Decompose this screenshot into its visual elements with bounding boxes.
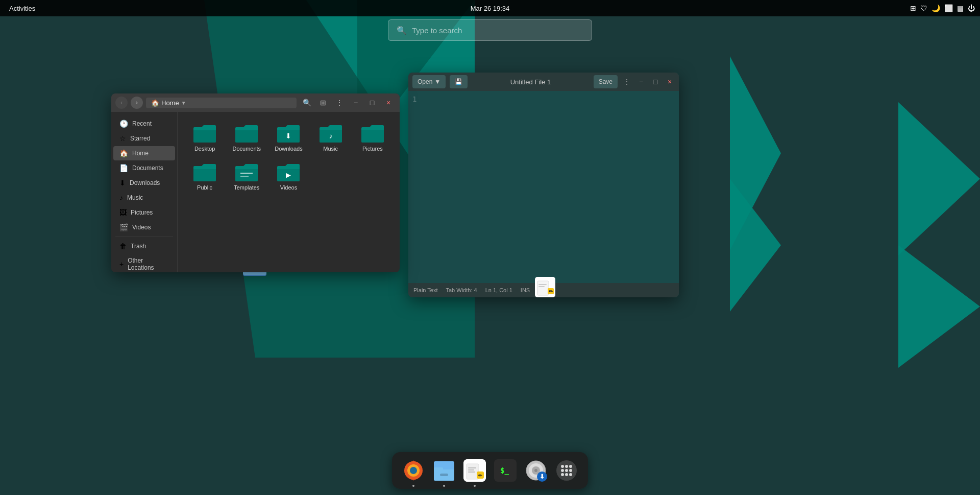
gedit-active-dot (474, 485, 476, 487)
dock-item-appgrid[interactable] (553, 457, 580, 484)
svg-point-53 (565, 469, 568, 472)
folder-desktop-label: Desktop (194, 146, 215, 152)
downloads-icon: ⬇ (119, 179, 126, 187)
sidebar-item-videos[interactable]: 🎬 Videos (113, 220, 175, 234)
te-save-icon-button[interactable]: 💾 (450, 75, 468, 88)
folder-videos[interactable]: ▶ Videos (270, 159, 307, 194)
sidebar-item-downloads[interactable]: ⬇ Downloads (113, 176, 175, 190)
folder-desktop[interactable]: Desktop (186, 120, 224, 155)
svg-point-45 (534, 469, 537, 472)
svg-marker-5 (898, 245, 980, 368)
appgrid-icon (555, 459, 578, 482)
activities-button[interactable]: Activities (5, 0, 39, 16)
te-text-type[interactable]: Plain Text (413, 287, 438, 293)
svg-text:▶: ▶ (286, 171, 291, 179)
te-menu-button[interactable]: ⋮ (622, 77, 632, 87)
sidebar-item-starred[interactable]: ☆ Starred (113, 131, 175, 146)
dock-item-gedit[interactable]: ✏ (461, 457, 488, 484)
sidebar-item-home[interactable]: 🏠 Home (113, 146, 175, 160)
folder-pictures[interactable]: Pictures (354, 120, 391, 155)
folder-public-label: Public (197, 184, 212, 191)
files-active-dot (443, 485, 445, 487)
sidebar-item-trash[interactable]: 🗑 Trash (113, 239, 175, 253)
te-minimize-button[interactable]: − (636, 77, 646, 87)
svg-rect-20 (538, 284, 547, 285)
videos-icon: 🎬 (119, 223, 128, 231)
sidebar-item-pictures[interactable]: 🖼 Pictures (113, 205, 175, 220)
search-icon: 🔍 (397, 26, 407, 35)
dock-item-firefox[interactable] (400, 457, 427, 484)
search-bar: 🔍 (388, 19, 592, 41)
fm-main-area: Desktop Documents ⬇ Downloads (178, 112, 400, 272)
sidebar-item-other-locations[interactable]: + Other Locations (113, 254, 175, 272)
folder-downloads[interactable]: ⬇ Downloads (270, 120, 307, 155)
te-restore-button[interactable]: □ (650, 77, 660, 87)
svg-rect-32 (440, 474, 448, 476)
svg-text:$_: $_ (500, 466, 509, 475)
te-open-button[interactable]: Open ▼ (412, 75, 446, 88)
fm-maximize-button[interactable]: □ (365, 96, 379, 110)
svg-point-55 (561, 473, 564, 476)
firefox-icon (402, 459, 425, 482)
folder-documents[interactable]: Documents (228, 120, 265, 155)
search-container: 🔍 (388, 19, 592, 41)
cdripper-icon: ⬇ (525, 459, 547, 482)
sidebar-trash-label: Trash (131, 243, 146, 250)
te-tab-width[interactable]: Tab Width: 4 (446, 287, 477, 293)
topbar-icon-2[interactable]: 🛡 (920, 4, 927, 12)
te-position: Ln 1, Col 1 (485, 287, 512, 293)
folder-music[interactable]: ♪ Music (312, 120, 350, 155)
fm-breadcrumb[interactable]: 🏠 Home ▼ (146, 98, 297, 108)
sidebar-item-music[interactable]: ♪ Music (113, 191, 175, 205)
dock-item-cdripper[interactable]: ⬇ (523, 457, 549, 484)
te-open-arrow: ▼ (434, 78, 440, 85)
te-close-button[interactable]: × (665, 77, 675, 87)
fm-menu-button[interactable]: ⋮ (332, 96, 347, 110)
folder-public[interactable]: Public (186, 159, 224, 194)
dock-item-terminal[interactable]: $_ (492, 457, 519, 484)
folder-videos-icon: ▶ (276, 162, 301, 182)
topbar-icon-5[interactable]: ▤ (957, 4, 964, 12)
svg-point-54 (569, 469, 572, 472)
te-title: Untitled File 1 (472, 78, 589, 86)
dock-item-files[interactable] (431, 457, 457, 484)
topbar-icon-4[interactable]: ⬜ (944, 4, 953, 12)
svg-rect-31 (434, 467, 443, 471)
te-save-button[interactable]: Save (594, 75, 618, 88)
fm-home-icon: 🏠 (151, 99, 159, 107)
folder-videos-label: Videos (280, 184, 297, 191)
topbar-icon-power[interactable]: ⏻ (968, 4, 975, 12)
te-mode: INS (521, 287, 530, 293)
folder-music-label: Music (323, 146, 338, 152)
svg-rect-36 (468, 469, 474, 470)
folder-templates[interactable]: Templates (228, 159, 265, 194)
pictures-icon: 🖼 (119, 208, 127, 217)
fm-view-button[interactable]: ⊞ (316, 96, 330, 110)
folder-public-icon (192, 162, 217, 182)
gedit-icon-small: ✏ (535, 277, 555, 297)
sidebar-recent-label: Recent (132, 120, 152, 127)
search-input[interactable] (412, 26, 583, 35)
svg-rect-37 (468, 472, 475, 473)
sidebar-music-label: Music (127, 194, 143, 201)
sidebar-separator (115, 237, 173, 237)
svg-marker-4 (898, 102, 980, 255)
sidebar-item-documents[interactable]: 📄 Documents (113, 161, 175, 175)
te-editor-body[interactable]: 1 (408, 91, 679, 283)
folder-downloads-label: Downloads (275, 146, 302, 152)
fm-close-button[interactable]: × (381, 96, 396, 110)
sidebar-item-recent[interactable]: 🕐 Recent (113, 116, 175, 131)
fm-back-button[interactable]: ‹ (115, 97, 128, 109)
topbar-icon-3[interactable]: 🌙 (932, 4, 940, 12)
other-locations-icon: + (119, 260, 124, 268)
fm-forward-button[interactable]: › (131, 97, 143, 109)
svg-text:⬇: ⬇ (285, 132, 291, 140)
folder-desktop-icon (192, 123, 217, 144)
fm-sidebar: 🕐 Recent ☆ Starred 🏠 Home 📄 Documents ⬇ … (111, 112, 178, 272)
fm-search-button[interactable]: 🔍 (300, 96, 314, 110)
terminal-icon: $_ (494, 459, 517, 482)
fm-minimize-button[interactable]: − (349, 96, 363, 110)
folder-documents-icon (234, 123, 259, 144)
gedit-icon: ✏ (463, 459, 486, 482)
topbar-icon-1[interactable]: ⊞ (910, 4, 916, 12)
